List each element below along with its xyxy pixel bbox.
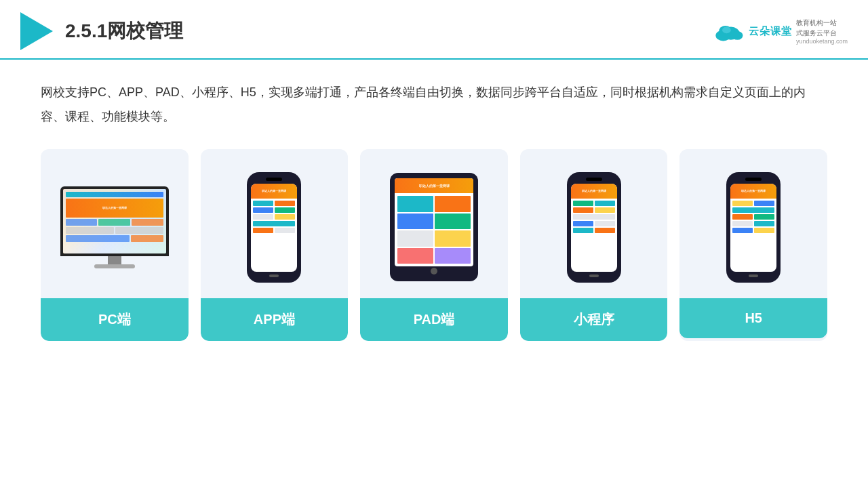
phone-notch-h5 [745, 178, 762, 181]
phone-block [275, 228, 295, 233]
phone-row [253, 228, 295, 233]
description-text: 网校支持PC、APP、PAD、小程序、H5，实现多端打通，产品各终端自由切换，数… [41, 80, 827, 129]
card-app-image: 职达人的第一堂网课 [201, 149, 349, 298]
phone-outer-miniapp: 职达人的第一堂网课 [567, 172, 621, 283]
tablet-screen-top: 职达人的第一堂网课 [395, 178, 473, 193]
card-pc: 职达人的第一堂网课 [41, 149, 189, 341]
screen-banner: 职达人的第一堂网课 [66, 199, 163, 218]
phone-screen: 职达人的第一堂网课 [251, 184, 297, 272]
phone-block [275, 207, 295, 213]
card-pc-label: PC端 [41, 298, 189, 341]
brand-text: 云朵课堂 [749, 25, 792, 38]
card-pad: 职达人的第一堂网课 [360, 149, 508, 341]
header: 2.5.1网校管理 云朵课堂 教育机构一站 式服务云平台 y [0, 0, 868, 60]
tablet-block [397, 214, 433, 230]
phone-home-button-miniapp [589, 274, 599, 277]
screen-block [66, 227, 114, 234]
card-miniapp: 职达人的第一堂网课 [520, 149, 668, 341]
header-left: 2.5.1网校管理 [20, 12, 183, 50]
phone-block [732, 228, 753, 233]
tablet-block [435, 248, 471, 264]
cards-container: 职达人的第一堂网课 [41, 149, 827, 341]
phone-screen-miniapp: 职达人的第一堂网课 [571, 184, 617, 272]
phone-row [732, 228, 774, 233]
tablet-body [395, 193, 473, 266]
card-pc-image: 职达人的第一堂网课 [41, 149, 189, 298]
svg-point-5 [722, 27, 731, 34]
card-pad-label: PAD端 [360, 298, 508, 341]
card-app: 职达人的第一堂网课 [201, 149, 349, 341]
phone-block [754, 201, 774, 206]
tablet-block [435, 196, 471, 212]
phone-row [573, 228, 615, 233]
phone-mockup-h5: 职达人的第一堂网课 [726, 172, 781, 283]
logo-triangle-icon [20, 12, 53, 50]
tablet-mockup: 职达人的第一堂网课 [390, 173, 478, 281]
phone-row [732, 214, 774, 220]
card-miniapp-image: 职达人的第一堂网课 [520, 149, 668, 298]
screen-banner-text: 职达人的第一堂网课 [102, 206, 127, 209]
phone-block [732, 221, 753, 226]
phone-row [573, 214, 615, 220]
phone-block [573, 207, 593, 213]
phone-row [732, 221, 774, 226]
phone-row [573, 221, 615, 226]
screen-header-bar [66, 192, 163, 197]
phone-body-miniapp [571, 199, 617, 272]
phone-row [253, 214, 295, 220]
phone-notch-miniapp [586, 178, 602, 181]
brand-icon-wrap: 云朵课堂 教育机构一站 式服务云平台 yunduoketang.com [711, 18, 848, 45]
tablet-block [397, 248, 433, 264]
card-pad-image: 职达人的第一堂网课 [360, 149, 508, 298]
brand-sub-text: 教育机构一站 式服务云平台 yunduoketang.com [796, 18, 848, 45]
brand-url: yunduoketang.com [796, 38, 848, 45]
phone-block [732, 207, 774, 213]
monitor-screen-wrap: 职达人的第一堂网课 [60, 186, 169, 256]
card-h5-label: H5 [679, 298, 827, 338]
phone-screen-top-miniapp: 职达人的第一堂网课 [571, 184, 617, 199]
phone-block [595, 221, 615, 226]
tablet-outer: 职达人的第一堂网课 [390, 173, 478, 281]
screen-content: 职达人的第一堂网课 [63, 189, 166, 253]
phone-block [595, 201, 615, 206]
phone-screen-top-h5: 职达人的第一堂网课 [730, 184, 776, 199]
phone-screen-top: 职达人的第一堂网课 [251, 184, 297, 199]
tablet-block [435, 230, 471, 247]
phone-row [253, 221, 295, 226]
screen-block [66, 219, 98, 226]
phone-block [732, 201, 753, 206]
phone-body-h5 [730, 199, 776, 272]
card-h5: 职达人的第一堂网课 [679, 149, 827, 341]
phone-block [253, 214, 273, 220]
phone-home-button [269, 274, 279, 277]
monitor-screen: 职达人的第一堂网课 [63, 189, 166, 253]
tablet-home-button [431, 268, 437, 274]
screen-row-3 [66, 235, 163, 242]
brand-tagline: 教育机构一站 式服务云平台 [796, 18, 848, 38]
phone-block [732, 214, 753, 220]
phone-block [595, 207, 615, 213]
phone-block [573, 221, 593, 226]
tablet-top-text: 职达人的第一堂网课 [419, 184, 450, 188]
phone-block [754, 214, 774, 220]
header-right: 云朵课堂 教育机构一站 式服务云平台 yunduoketang.com [711, 18, 848, 45]
phone-mockup-app: 职达人的第一堂网课 [247, 172, 301, 283]
phone-block [573, 201, 593, 206]
phone-row [732, 207, 774, 213]
phone-row [732, 201, 774, 206]
screen-block [98, 219, 130, 226]
phone-block [253, 201, 273, 206]
cloud-icon [711, 20, 745, 42]
monitor-stand [94, 264, 135, 268]
tablet-screen: 职达人的第一堂网课 [395, 178, 473, 266]
phone-outer-h5: 职达人的第一堂网课 [726, 172, 781, 283]
phone-row [573, 201, 615, 206]
phone-body [251, 199, 297, 272]
page-title: 2.5.1网校管理 [65, 18, 183, 44]
screen-row-2 [66, 227, 163, 234]
screen-block [115, 227, 163, 234]
card-h5-image: 职达人的第一堂网课 [679, 149, 827, 298]
screen-block [132, 219, 163, 226]
phone-block [275, 214, 295, 220]
screen-block [66, 235, 130, 242]
